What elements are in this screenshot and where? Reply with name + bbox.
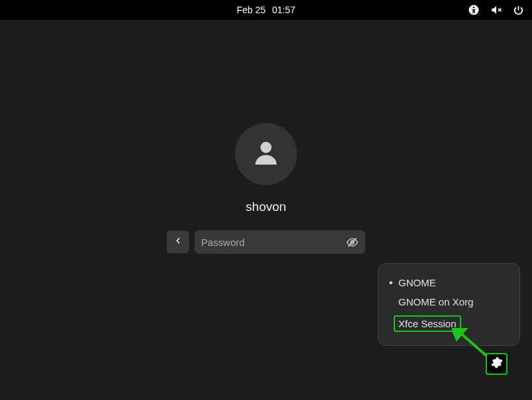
login-area: shovon xyxy=(167,123,365,254)
password-input[interactable] xyxy=(201,237,346,248)
avatar xyxy=(235,123,297,185)
svg-point-4 xyxy=(261,142,272,153)
session-item-xfce[interactable]: Xfce Session xyxy=(378,311,519,336)
selected-bullet-icon: • xyxy=(389,278,393,288)
session-label: GNOME on Xorg xyxy=(398,296,473,307)
session-item-gnome-xorg[interactable]: GNOME on Xorg xyxy=(378,292,519,311)
username-label: shovon xyxy=(245,200,286,214)
back-button[interactable] xyxy=(167,231,189,253)
clock[interactable]: Feb 25 01:57 xyxy=(237,5,296,15)
session-label: Xfce Session xyxy=(394,315,461,332)
svg-point-1 xyxy=(473,7,475,9)
session-label: GNOME xyxy=(398,277,436,288)
session-settings-button[interactable] xyxy=(486,353,508,375)
eye-hidden-icon[interactable] xyxy=(346,236,359,249)
accessibility-icon[interactable] xyxy=(468,4,480,16)
date-label: Feb 25 xyxy=(237,5,266,15)
chevron-left-icon xyxy=(173,236,183,248)
user-icon xyxy=(250,137,282,171)
power-icon[interactable] xyxy=(513,5,524,16)
volume-muted-icon[interactable] xyxy=(490,4,502,16)
session-menu: • GNOME GNOME on Xorg Xfce Session xyxy=(378,263,520,346)
password-field-container xyxy=(195,230,365,254)
gear-icon xyxy=(490,356,503,372)
time-label: 01:57 xyxy=(272,5,295,15)
session-item-gnome[interactable]: • GNOME xyxy=(378,273,519,292)
top-bar: Feb 25 01:57 xyxy=(0,0,532,20)
